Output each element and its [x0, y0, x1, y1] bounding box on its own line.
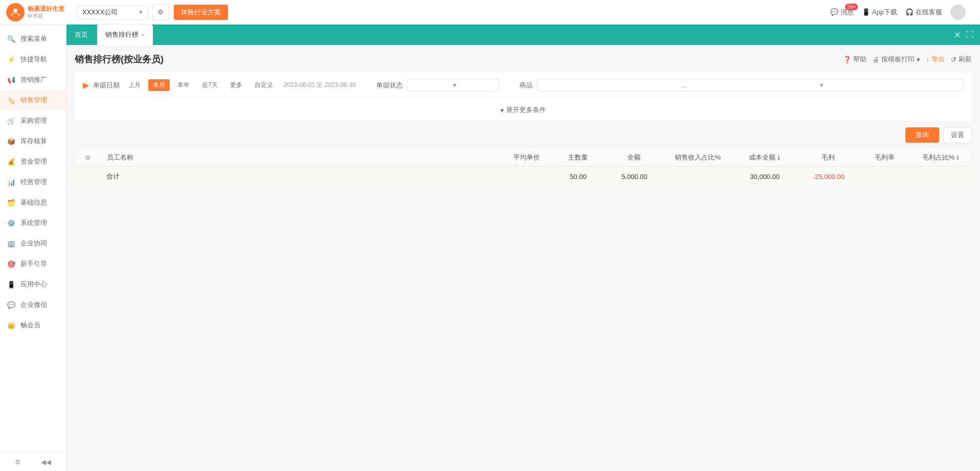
page-title: 销售排行榜(按业务员): [75, 53, 164, 65]
app-title: 畅康通好生意: [28, 5, 64, 12]
service-icon: 🎧: [905, 8, 914, 16]
quick-nav-icon: ⚡: [6, 54, 16, 64]
refresh-button[interactable]: ↺ 刷新: [951, 55, 972, 64]
sidebar-label-system: 系统管理: [20, 218, 47, 228]
profit-pct-info-icon[interactable]: ℹ: [956, 154, 959, 162]
sidebar-label-sales: 销售管理: [20, 96, 47, 105]
sidebar-label-enterprise: 企业协同: [20, 239, 47, 248]
logo: 畅康通好生意 标准版: [6, 3, 73, 21]
inventory-icon: 📦: [6, 136, 16, 146]
content-area: 首页 销售排行榜 × ✕ ⛶ 销售排行榜(按业务员) ❓: [66, 25, 980, 471]
date-pill-more[interactable]: 更多: [225, 79, 247, 91]
message-button[interactable]: 💬 消息 99+: [830, 8, 854, 17]
tab-home[interactable]: 首页: [66, 30, 96, 39]
tab-actions: ✕ ⛶: [954, 30, 980, 40]
sidebar-item-inventory[interactable]: 📦 库存核算: [0, 131, 66, 151]
sidebar-item-operation[interactable]: 📊 经营管理: [0, 172, 66, 192]
status-filter-label: 单据状态: [376, 81, 403, 90]
help-button[interactable]: ❓ 帮助: [843, 55, 867, 64]
footer-avg-price: [502, 167, 553, 186]
goods-dropdown-arrow: ▾: [820, 81, 958, 89]
th-main-qty: 主数量: [552, 148, 603, 167]
expand-more-area: ▾ 展开更多条件: [83, 97, 964, 115]
settings-icon[interactable]: ⚙: [152, 4, 169, 20]
sidebar: 🔍 搜索菜单 ⚡ 快捷导航 📢 营销推广 🏷️ 销售管理 🛒 采购管: [0, 25, 66, 471]
system-icon: ⚙️: [6, 218, 16, 228]
date-filter-group: ▶ 单据日期 上月 本月 本年 近7天 更多 自定义 2023-06-01 至 …: [83, 79, 356, 91]
message-icon: 💬: [830, 8, 838, 16]
sidebar-item-guide[interactable]: 🎯 新手引导: [0, 254, 66, 274]
sidebar-label-finance: 资金管理: [20, 157, 47, 166]
refresh-label: 刷新: [959, 55, 972, 64]
status-dropdown[interactable]: ▾: [407, 79, 499, 92]
company-selector[interactable]: XXXXX公司 ▾: [77, 5, 148, 19]
online-service-button[interactable]: 🎧 在线客服: [905, 8, 942, 17]
sidebar-item-basic[interactable]: 🗂️ 基础信息: [0, 192, 66, 213]
sidebar-item-system[interactable]: ⚙️ 系统管理: [0, 213, 66, 233]
appstore-icon: 📱: [6, 279, 16, 289]
sidebar-item-sales[interactable]: 🏷️ 销售管理: [0, 90, 66, 110]
sidebar-label-guide: 新手引导: [20, 259, 47, 268]
print-button[interactable]: 🖨 按模板打印 ▾: [873, 55, 920, 64]
th-settings[interactable]: ⚙: [75, 148, 101, 167]
finance-icon: 💰: [6, 156, 16, 167]
sidebar-item-search[interactable]: 🔍 搜索菜单: [0, 29, 66, 49]
user-avatar[interactable]: [950, 5, 966, 20]
footer-sales-pct: [665, 167, 732, 186]
th-avg-price: 平均单价: [501, 148, 552, 167]
date-pill-this-month[interactable]: 本月: [148, 79, 170, 91]
print-dropdown-icon[interactable]: ▾: [917, 56, 920, 63]
footer-profit: -25,000.00: [798, 167, 859, 186]
th-sales-pct: 销售收入占比%: [665, 148, 731, 167]
sidebar-settings-icon[interactable]: ⚙: [15, 458, 21, 466]
online-service-label: 在线客服: [916, 8, 942, 17]
sidebar-collapse-icon[interactable]: ◀◀: [41, 458, 51, 466]
tab-minimize-icon[interactable]: ✕: [954, 30, 961, 40]
expand-more-button[interactable]: ▾ 展开更多条件: [500, 105, 546, 115]
th-amount: 全额: [603, 148, 665, 167]
footer-profit-pct: [910, 167, 972, 186]
sidebar-item-member[interactable]: 👑 畅会员: [0, 315, 66, 335]
goods-dropdown[interactable]: … ▾: [537, 79, 964, 92]
enterprise-icon: 🏢: [6, 238, 16, 249]
purchase-icon: 🛒: [6, 116, 16, 126]
date-pill-custom[interactable]: 自定义: [250, 79, 278, 91]
page-header: 销售排行榜(按业务员) ❓ 帮助 🖨 按模板打印 ▾ ↑: [75, 53, 972, 65]
export-icon: ↑: [926, 56, 930, 63]
logo-icon: [6, 3, 25, 21]
date-pill-last-month[interactable]: 上月: [124, 79, 145, 91]
filter-expand-icon[interactable]: ▶: [83, 80, 89, 90]
sidebar-bottom: ⚙ ◀◀: [0, 453, 66, 471]
sidebar-label-purchase: 采购管理: [20, 116, 47, 125]
wechat-icon: 💬: [6, 300, 16, 310]
date-pill-7days[interactable]: 近7天: [197, 79, 222, 91]
sidebar-label-basic: 基础信息: [20, 198, 47, 207]
tab-expand-icon[interactable]: ⛶: [966, 30, 974, 39]
sidebar-item-enterprise[interactable]: 🏢 企业协同: [0, 233, 66, 254]
footer-amount: 5,000.00: [604, 167, 665, 186]
trial-button[interactable]: 体验行业方案: [174, 5, 228, 20]
sidebar-item-quick-nav[interactable]: ⚡ 快捷导航: [0, 49, 66, 70]
sidebar-item-marketing[interactable]: 📢 营销推广: [0, 70, 66, 90]
sidebar-item-finance[interactable]: 💰 资金管理: [0, 151, 66, 172]
footer-profit-rate: [859, 167, 910, 186]
app-download-button[interactable]: 📱 App下载: [862, 8, 897, 17]
cost-info-icon[interactable]: ℹ: [778, 154, 780, 162]
th-cost: 成本全额 ℹ: [731, 148, 797, 167]
column-settings-button[interactable]: 设置: [943, 127, 972, 143]
member-icon: 👑: [6, 320, 16, 330]
sidebar-item-purchase[interactable]: 🛒 采购管理: [0, 110, 66, 131]
query-button[interactable]: 查询: [905, 127, 939, 143]
tab-sales-ranking[interactable]: 销售排行榜 ×: [97, 25, 153, 45]
tab-close-icon[interactable]: ×: [142, 32, 145, 38]
sidebar-item-wechat[interactable]: 💬 企业微信: [0, 295, 66, 315]
basic-icon: 🗂️: [6, 197, 16, 208]
sidebar-item-appstore[interactable]: 📱 应用中心: [0, 274, 66, 295]
th-profit-rate: 毛利率: [859, 148, 910, 167]
status-dropdown-arrow: ▾: [453, 81, 493, 89]
sidebar-label-search: 搜索菜单: [20, 34, 47, 43]
date-pill-this-year[interactable]: 本年: [173, 79, 194, 91]
table-container: ⚙ 员工名称 平均单价 主数量 全额 销售收入占比% 成本全额 ℹ 毛利 毛利率: [75, 147, 972, 186]
export-button[interactable]: ↑ 导出: [926, 55, 945, 64]
help-label: 帮助: [853, 55, 867, 64]
